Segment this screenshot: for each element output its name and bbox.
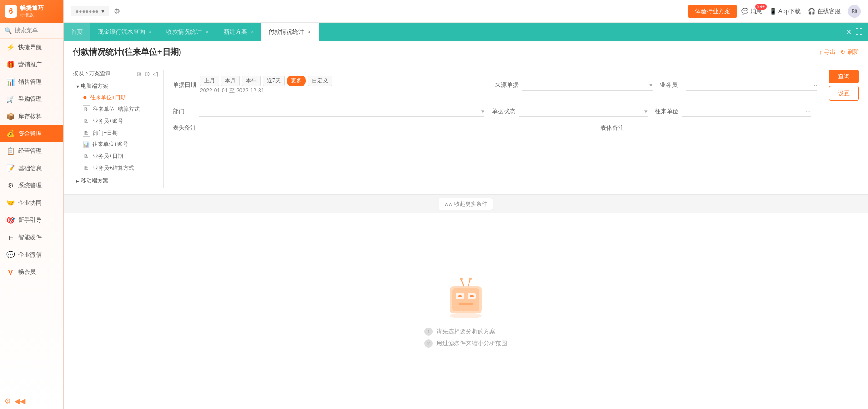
tab-home[interactable]: 首页 [64, 23, 90, 41]
purchase-icon: 🛒 [6, 95, 15, 103]
tab-payment-stat[interactable]: 付款情况统计 × [261, 23, 318, 41]
sidebar-search[interactable]: 🔍 搜索菜单 [0, 23, 63, 39]
date-tags: 上月 本月 本年 近7天 更多 自定义 2022-01-01 至 2022-12… [200, 76, 488, 95]
sidebar-item-sales[interactable]: 📊 销售管理 [0, 73, 63, 91]
app-download-action[interactable]: 📱 App下载 [769, 7, 801, 15]
receipt-stat-close-icon[interactable]: × [205, 29, 208, 35]
user-avatar[interactable]: Rit [848, 5, 861, 18]
company-selector[interactable]: ●●●●●●● [71, 6, 109, 16]
date-tag-7days[interactable]: 近7天 [263, 76, 285, 86]
desktop-chevron-icon: ▾ [76, 83, 79, 90]
sidebar-item-beginner[interactable]: 🎯 新手引导 [0, 212, 63, 229]
new-scheme-close-icon[interactable]: × [251, 29, 254, 35]
sidebar-item-corp-wechat[interactable]: 💬 企业微信 [0, 246, 63, 263]
body-note-input[interactable] [628, 122, 811, 133]
scheme-settings-icon[interactable]: ⊙ [145, 70, 150, 77]
date-tag-this-month[interactable]: 本月 [221, 76, 240, 86]
sidebar-item-quick-nav[interactable]: ⚡ 快捷导航 [0, 39, 63, 56]
sidebar-item-smart-hw[interactable]: 🖥 智能硬件 [0, 229, 63, 246]
sidebar-item-inventory[interactable]: 📦 库存核算 [0, 108, 63, 125]
refresh-label: 刷新 [847, 48, 859, 56]
date-label: 单据日期 [173, 81, 196, 89]
scheme-item-partner-account[interactable]: 📊 往来单位+账号 [75, 139, 158, 150]
query-button[interactable]: 查询 [829, 70, 859, 83]
tab-receipt-stat[interactable]: 收款情况统计 × [159, 23, 216, 41]
scheme-label: 业务员+结算方式 [93, 164, 134, 172]
scheme-icon: 图 [83, 152, 90, 160]
scheme-item-staff-date[interactable]: 图 业务员+日期 [75, 150, 158, 162]
sys-mgmt-icon: ⚙ [6, 182, 15, 190]
scheme-icon: 图 [83, 129, 90, 137]
filter-tags: 上月 本月 本年 近7天 更多 自定义 [200, 76, 488, 86]
settings-footer-icon[interactable]: ⚙ [5, 397, 11, 405]
sidebar-item-sys-mgmt[interactable]: ⚙ 系统管理 [0, 177, 63, 194]
filter-row-2: 部门 单据状态 往来单位 [173, 106, 859, 117]
sales-icon: 📊 [6, 78, 15, 86]
refresh-button[interactable]: ↻ 刷新 [840, 48, 859, 56]
scheme-label: 往来单位+账号 [92, 141, 128, 148]
page-header-actions: ↑ 导出 ↻ 刷新 [819, 48, 859, 56]
bank-flow-close-icon[interactable]: × [149, 29, 151, 35]
doc-status-chevron-icon [644, 108, 648, 115]
header-note-input[interactable] [200, 122, 593, 133]
sidebar-item-label: 营销推广 [18, 61, 42, 69]
sidebar-item-basic-info[interactable]: 📝 基础信息 [0, 160, 63, 177]
sidebar-item-marketing[interactable]: 🎁 营销推广 [0, 56, 63, 73]
date-tag-custom[interactable]: 自定义 [308, 76, 332, 86]
header-note-label: 表头备注 [173, 124, 196, 132]
sidebar-item-member[interactable]: V 畅会员 [0, 263, 63, 281]
close-tab-icon[interactable]: ✕ [846, 28, 852, 36]
staff-select[interactable]: ··· [686, 80, 818, 91]
scheme-item-dept-date[interactable]: 图 部门+日期 [75, 127, 158, 139]
sidebar-item-capital[interactable]: 💰 资金管理 [0, 125, 63, 142]
capital-icon: 💰 [6, 130, 15, 138]
service-action[interactable]: 🎧 在线客服 [808, 7, 841, 15]
payment-stat-close-icon[interactable]: × [308, 29, 310, 35]
export-button[interactable]: ↑ 导出 [819, 48, 836, 56]
svg-rect-6 [470, 295, 474, 297]
sidebar-item-label: 基础信息 [18, 164, 42, 172]
sidebar-item-label: 企业协同 [18, 199, 42, 207]
scheme-icon: 图 [83, 105, 90, 113]
scheme-item-partner-date[interactable]: ● 往来单位+日期 [75, 91, 158, 103]
scheme-actions: ⊕ ⊙ ◁ [136, 70, 158, 77]
scheme-collapse-icon[interactable]: ◁ [153, 70, 158, 77]
source-label: 来源单据 [495, 81, 519, 89]
sidebar-item-purchase[interactable]: 🛒 采购管理 [0, 91, 63, 108]
trial-button[interactable]: 体验行业方案 [688, 5, 737, 18]
date-tag-more[interactable]: 更多 [287, 76, 306, 86]
messages-action[interactable]: 💬 消息 99+ [741, 7, 762, 15]
collapse-bar: ∧∧ 收起更多条件 [64, 195, 868, 213]
settings-button[interactable]: 设置 [829, 86, 859, 101]
collapse-label: 收起更多条件 [454, 200, 487, 208]
avatar-text: Rit [848, 5, 861, 18]
enterprise-icon: 🤝 [6, 199, 15, 207]
scheme-item-partner-settle[interactable]: 图 往来单位+结算方式 [75, 103, 158, 115]
source-select[interactable] [522, 80, 653, 91]
collapse-more-button[interactable]: ∧∧ 收起更多条件 [439, 198, 493, 210]
body-note-label: 表体备注 [600, 124, 624, 132]
collapse-sidebar-icon[interactable]: ◀◀ [15, 397, 25, 405]
mobile-chevron-icon: ▸ [76, 178, 79, 184]
dept-select[interactable] [199, 106, 484, 117]
date-tag-last-month[interactable]: 上月 [200, 76, 219, 86]
tab-bar: 首页 现金银行流水查询 × 收款情况统计 × 新建方案 × 付款情况统计 × ✕… [64, 23, 868, 41]
doc-status-select[interactable] [519, 106, 648, 117]
scheme-item-staff-settle[interactable]: 图 业务员+结算方式 [75, 162, 158, 174]
scheme-tree: ▾ 电脑端方案 ● 往来单位+日期 图 往来单位+结算方式 图 [73, 81, 158, 186]
staff-dots-icon: ··· [812, 81, 817, 88]
gear-topbar-icon[interactable]: ⚙ [114, 7, 120, 15]
tab-new-scheme[interactable]: 新建方案 × [216, 23, 261, 41]
desktop-group-header[interactable]: ▾ 电脑端方案 [75, 81, 158, 91]
partner-select[interactable]: ··· [682, 106, 811, 117]
tab-bank-flow[interactable]: 现金银行流水查询 × [90, 23, 159, 41]
sidebar-item-enterprise[interactable]: 🤝 企业协同 [0, 194, 63, 212]
mobile-group-header[interactable]: ▸ 移动端方案 [75, 176, 158, 186]
scheme-add-icon[interactable]: ⊕ [136, 70, 142, 77]
bank-flow-tab-label: 现金银行流水查询 [98, 28, 145, 36]
date-tag-this-year[interactable]: 本年 [242, 76, 261, 86]
expand-tab-icon[interactable]: ⛶ [855, 28, 863, 36]
filter-scheme: 按以下方案查询 ⊕ ⊙ ◁ ▾ 电脑端方案 [73, 70, 164, 188]
sidebar-item-operation[interactable]: 📋 经营管理 [0, 142, 63, 160]
scheme-item-staff-account[interactable]: 图 业务员+账号 [75, 115, 158, 127]
